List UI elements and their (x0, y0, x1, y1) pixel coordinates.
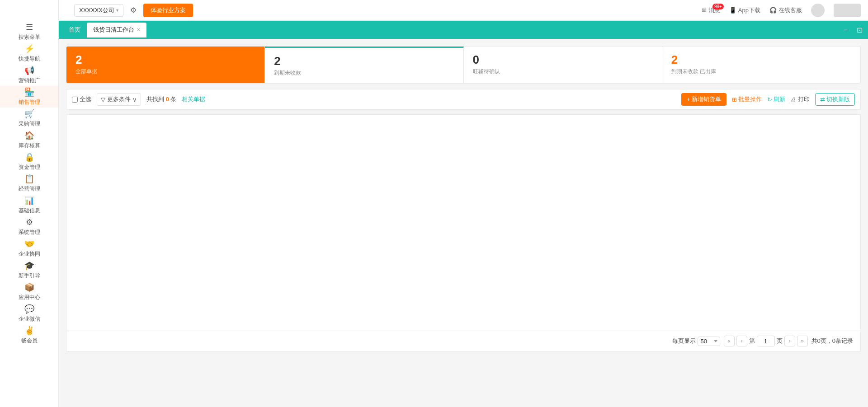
last-page-button[interactable]: » (797, 336, 808, 346)
system-icon: ⚙ (26, 217, 33, 227)
sidebar-item-marketing[interactable]: 📢 营销推广 (0, 64, 58, 86)
sidebar-item-search[interactable]: ☰ 搜索菜单 (0, 21, 58, 42)
select-all-input[interactable] (72, 97, 78, 103)
headset-icon: 🎧 (769, 7, 777, 14)
sidebar-label-shortcut: 快捷导航 (19, 55, 40, 63)
app-download-action[interactable]: 📱 App下载 (729, 6, 760, 14)
sidebar-item-appstore[interactable]: 📦 应用中心 (0, 281, 58, 303)
sidebar-label-guide: 新手引导 (19, 272, 40, 280)
current-page-input[interactable] (757, 336, 775, 346)
per-page-select[interactable]: 50 10 20 100 (698, 337, 720, 346)
sidebar-item-wechat[interactable]: 💬 企业微信 (0, 303, 58, 324)
toolbar: 全选 ▽ 更多条件 ∨ 共找到 0 条 相关单据 + 新增销货单 ⊞ 批量操作 … (66, 89, 861, 110)
batch-operation-button[interactable]: ⊞ 批量操作 (732, 95, 762, 103)
company-name: XXXXXX公司 (79, 6, 114, 14)
page-suffix: 页 (777, 337, 783, 345)
page-size-selector: 每页显示 50 10 20 100 (672, 337, 720, 346)
found-count: 0 (166, 96, 169, 103)
select-all-label: 全选 (80, 95, 91, 103)
online-service-label: 在线客服 (778, 6, 802, 14)
sidebar-item-shortcut[interactable]: ⚡ 快捷导航 (0, 42, 58, 64)
sales-icon: 🏪 (24, 87, 34, 97)
switch-label: 切换新版 (826, 95, 850, 103)
tab-bar-actions: － ⊡ (840, 23, 864, 37)
sidebar-label-basic: 基础信息 (19, 207, 40, 215)
top-header: 6 畅捷通好生意 标准版 XXXXXX公司 ▾ ⚙ 体验行业方案 ✉ 消息 99… (0, 0, 868, 21)
app-download-label: App下载 (738, 6, 760, 14)
trial-button[interactable]: 体验行业方案 (143, 4, 193, 17)
sidebar-item-member[interactable]: ✌ 畅会员 (0, 324, 58, 346)
filter-arrow-icon: ∨ (132, 96, 137, 103)
stat-card-overdue[interactable]: 2 到期未收款 (265, 47, 463, 83)
select-all-checkbox[interactable]: 全选 (72, 95, 91, 103)
member-icon: ✌ (24, 326, 34, 336)
switch-version-button[interactable]: ⇄ 切换新版 (815, 93, 855, 106)
sidebar-item-system[interactable]: ⚙ 系统管理 (0, 216, 58, 238)
tab-home[interactable]: 首页 (62, 23, 87, 37)
total-records-text: 共0页，0条记录 (811, 337, 853, 345)
company-selector[interactable]: XXXXXX公司 ▾ (74, 4, 123, 17)
settings-icon[interactable]: ⚙ (127, 4, 140, 17)
batch-icon: ⊞ (732, 96, 737, 103)
guide-icon: 🎓 (24, 261, 34, 271)
page-navigation: « ‹ 第 页 › » (724, 336, 808, 346)
sidebar-item-inventory[interactable]: 🏠 库存核算 (0, 129, 58, 151)
found-prefix: 共找到 (146, 96, 164, 103)
found-text: 共找到 0 条 (146, 95, 176, 103)
content-area (66, 114, 861, 331)
switch-icon: ⇄ (820, 96, 825, 103)
sidebar-item-purchase[interactable]: 🛒 采购管理 (0, 108, 58, 129)
stat-number-all: 2 (75, 53, 255, 67)
next-page-button[interactable]: › (784, 336, 795, 346)
tab-workbench[interactable]: 钱货日清工作台 × (87, 23, 146, 37)
sidebar-item-operation[interactable]: 📋 经营管理 (0, 173, 58, 194)
stat-label-all: 全部单据 (75, 68, 255, 75)
filter-button[interactable]: ▽ 更多条件 ∨ (97, 93, 141, 106)
print-button[interactable]: 🖨 打印 (791, 95, 810, 103)
sidebar-item-guide[interactable]: 🎓 新手引导 (0, 259, 58, 281)
filter-label: 更多条件 (107, 95, 131, 103)
stats-cards: 2 全部单据 2 到期未收款 0 旺辅待确认 2 到期未收款 已出库 (66, 46, 861, 84)
header-right: ✉ 消息 99+ 📱 App下载 🎧 在线客服 (702, 4, 861, 17)
sidebar-label-marketing: 营销推广 (19, 77, 40, 84)
tab-minimize-icon[interactable]: － (840, 23, 851, 37)
sidebar-label-member: 畅会员 (21, 337, 38, 345)
message-badge: 99+ (712, 4, 724, 9)
add-order-button[interactable]: + 新增销货单 (681, 93, 726, 106)
phone-icon: 📱 (729, 7, 736, 14)
found-unit: 条 (170, 96, 176, 103)
prev-page-button[interactable]: ‹ (736, 336, 747, 346)
sidebar-label-appstore: 应用中心 (19, 294, 40, 301)
enterprise-icon: 🤝 (24, 239, 34, 249)
wechat-icon: 💬 (24, 304, 34, 314)
sidebar-item-sales[interactable]: 🏪 销售管理 (0, 86, 58, 108)
sidebar-item-enterprise[interactable]: 🤝 企业协同 (0, 238, 58, 259)
sidebar-label-enterprise: 企业协同 (19, 250, 40, 258)
refresh-button[interactable]: ↻ 刷新 (767, 95, 785, 103)
message-icon: ✉ (702, 7, 707, 14)
tab-maximize-icon[interactable]: ⊡ (855, 24, 864, 36)
stat-label-shipped: 到期未收款 已出库 (671, 68, 851, 75)
message-action[interactable]: ✉ 消息 99+ (702, 6, 720, 14)
search-menu-icon: ☰ (26, 22, 33, 32)
sidebar-item-basic[interactable]: 📊 基础信息 (0, 194, 58, 216)
shortcut-icon: ⚡ (24, 44, 34, 54)
toolbar-right: + 新增销货单 ⊞ 批量操作 ↻ 刷新 🖨 打印 ⇄ 切换新版 (681, 93, 855, 106)
sidebar-label-wechat: 企业微信 (19, 315, 40, 323)
stat-card-pending[interactable]: 0 旺辅待确认 (464, 47, 662, 83)
online-service-action[interactable]: 🎧 在线客服 (769, 6, 802, 14)
sidebar-label-search: 搜索菜单 (19, 33, 40, 41)
stat-label-overdue: 到期未收款 (274, 69, 454, 77)
stat-card-shipped[interactable]: 2 到期未收款 已出库 (662, 47, 860, 83)
avatar[interactable] (811, 4, 825, 17)
sidebar-label-system: 系统管理 (19, 229, 40, 236)
tab-close-icon[interactable]: × (137, 27, 140, 33)
stat-card-all[interactable]: 2 全部单据 (66, 47, 265, 83)
stat-number-overdue: 2 (274, 54, 454, 68)
marketing-icon: 📢 (24, 65, 34, 75)
stat-number-shipped: 2 (671, 53, 851, 67)
first-page-button[interactable]: « (724, 336, 735, 346)
sidebar-item-finance[interactable]: 🔒 资金管理 (0, 151, 58, 173)
related-records-link[interactable]: 相关单据 (182, 95, 205, 103)
main-content: 2 全部单据 2 到期未收款 0 旺辅待确认 2 到期未收款 已出库 全选 ▽ (59, 39, 868, 407)
